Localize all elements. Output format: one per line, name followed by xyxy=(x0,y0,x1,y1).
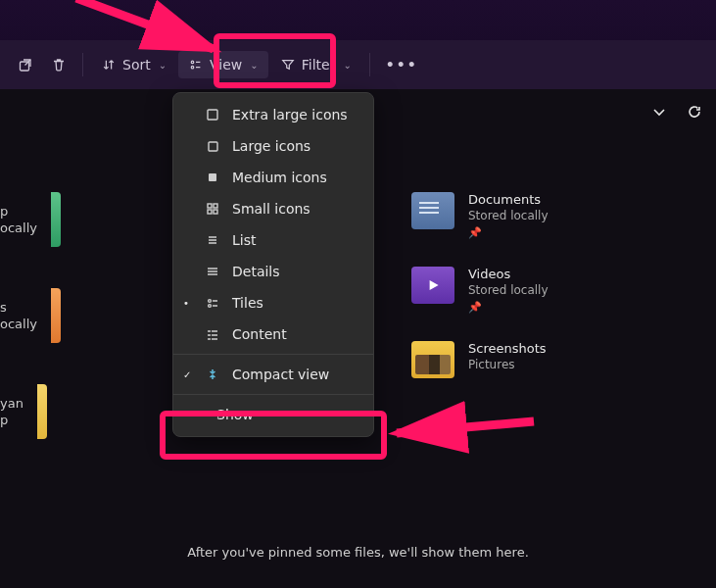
menu-item-label: Compact view xyxy=(232,367,329,382)
menu-item-label: Medium icons xyxy=(232,170,327,185)
list-item[interactable]: s ocally xyxy=(0,288,61,343)
title-bar-area xyxy=(0,0,716,40)
chevron-down-icon: ⌄ xyxy=(343,60,351,71)
ellipsis-icon: ••• xyxy=(386,57,418,73)
videos-folder-icon xyxy=(411,267,454,304)
folder-subtitle: Pictures xyxy=(468,358,547,371)
pin-icon: 📌 xyxy=(468,301,549,314)
folder-subtitle: Stored locally xyxy=(468,209,549,222)
svg-rect-7 xyxy=(214,204,217,208)
menu-item-compact-view[interactable]: ✓ Compact view xyxy=(173,359,373,390)
menu-item-show[interactable]: Show › xyxy=(173,399,373,430)
list-item[interactable]: Videos Stored locally 📌 xyxy=(411,267,549,314)
menu-item-label: Details xyxy=(232,264,280,279)
square-outline-icon xyxy=(205,107,220,122)
refresh-button[interactable] xyxy=(685,102,704,122)
svg-rect-6 xyxy=(208,204,212,208)
sort-button[interactable]: Sort ⌄ xyxy=(91,51,176,78)
menu-item-extra-large-icons[interactable]: Extra large icons xyxy=(173,99,373,130)
square-outline-icon xyxy=(205,138,220,154)
view-label: View xyxy=(210,57,242,73)
folder-title-fragment: yan xyxy=(0,396,24,411)
right-folder-column: Documents Stored locally 📌 Videos Stored… xyxy=(411,192,549,378)
menu-item-tiles[interactable]: • Tiles xyxy=(173,287,373,318)
menu-item-content[interactable]: Content xyxy=(173,318,373,350)
list-icon xyxy=(205,232,220,248)
folder-title-fragment: p xyxy=(0,204,37,219)
view-dropdown-menu: Extra large icons Large icons Medium ico… xyxy=(172,92,374,437)
folder-title: Videos xyxy=(468,267,549,281)
toolbar-separator xyxy=(369,53,370,76)
checkmark-icon: ✓ xyxy=(183,369,191,380)
menu-item-label: Large icons xyxy=(232,138,310,154)
folder-thumb xyxy=(37,384,47,439)
sort-label: Sort xyxy=(122,57,151,73)
compact-icon xyxy=(205,367,220,382)
content-icon xyxy=(205,326,220,342)
menu-divider xyxy=(173,394,373,395)
folder-subtitle: Stored locally xyxy=(468,283,549,297)
menu-item-label: Tiles xyxy=(232,295,263,311)
folder-thumb xyxy=(51,288,61,343)
folder-title-fragment: s xyxy=(0,300,37,315)
annotation-arrow-show xyxy=(387,402,544,454)
toolbar-separator xyxy=(82,53,83,76)
menu-divider xyxy=(173,354,373,355)
filter-icon xyxy=(280,57,296,73)
details-icon xyxy=(205,264,220,279)
menu-item-medium-icons[interactable]: Medium icons xyxy=(173,162,373,193)
menu-item-small-icons[interactable]: Small icons xyxy=(173,193,373,224)
share-button[interactable] xyxy=(10,51,41,78)
chevron-down-icon: ⌄ xyxy=(159,60,167,71)
menu-item-details[interactable]: Details xyxy=(173,256,373,287)
selected-bullet-icon: • xyxy=(183,298,189,309)
trash-icon xyxy=(51,57,67,73)
menu-item-label: Small icons xyxy=(232,201,310,217)
tiles-icon xyxy=(205,295,220,311)
svg-point-10 xyxy=(209,300,212,303)
svg-rect-5 xyxy=(209,173,216,181)
menu-item-label: List xyxy=(232,232,256,248)
chevron-down-icon: ⌄ xyxy=(250,60,258,71)
header-right-controls xyxy=(649,102,704,122)
list-item[interactable]: p ocally xyxy=(0,192,61,247)
svg-point-2 xyxy=(191,66,193,68)
documents-folder-icon xyxy=(411,192,454,229)
folder-sub-fragment: p xyxy=(0,413,24,427)
view-button[interactable]: View ⌄ xyxy=(178,51,268,78)
folder-title: Documents xyxy=(468,192,549,207)
svg-rect-3 xyxy=(208,110,217,120)
expand-chevron-button[interactable] xyxy=(649,102,669,122)
delete-button[interactable] xyxy=(43,51,74,78)
svg-point-1 xyxy=(191,61,193,63)
list-item[interactable]: Documents Stored locally 📌 xyxy=(411,192,549,239)
svg-rect-4 xyxy=(209,142,217,151)
svg-point-11 xyxy=(209,305,212,308)
folder-title: Screenshots xyxy=(468,341,547,356)
view-icon xyxy=(188,57,204,73)
share-icon xyxy=(18,57,33,73)
screenshots-folder-icon xyxy=(411,341,454,378)
list-item[interactable]: Screenshots Pictures xyxy=(411,341,549,378)
list-item[interactable]: yan p xyxy=(0,384,61,439)
folder-sub-fragment: ocally xyxy=(0,220,37,235)
sort-icon xyxy=(101,57,117,73)
menu-item-label: Show xyxy=(216,407,254,422)
menu-item-label: Content xyxy=(232,326,287,342)
menu-item-list[interactable]: List xyxy=(173,224,373,256)
pin-icon: 📌 xyxy=(468,226,549,239)
square-filled-icon xyxy=(205,170,220,185)
more-button[interactable]: ••• xyxy=(378,51,426,78)
filter-button[interactable]: Filter ⌄ xyxy=(270,51,361,78)
svg-rect-8 xyxy=(208,210,212,214)
empty-state-hint: After you've pinned some files, we'll sh… xyxy=(0,545,716,560)
menu-item-label: Extra large icons xyxy=(232,107,348,122)
grid-icon xyxy=(205,201,220,217)
svg-line-13 xyxy=(397,421,534,433)
menu-item-large-icons[interactable]: Large icons xyxy=(173,130,373,162)
command-bar: Sort ⌄ View ⌄ Filter ⌄ ••• xyxy=(0,40,716,89)
svg-rect-9 xyxy=(214,210,217,214)
folder-sub-fragment: ocally xyxy=(0,317,37,331)
folder-thumb xyxy=(51,192,61,247)
left-folder-column: p ocally s ocally yan p xyxy=(0,192,61,439)
